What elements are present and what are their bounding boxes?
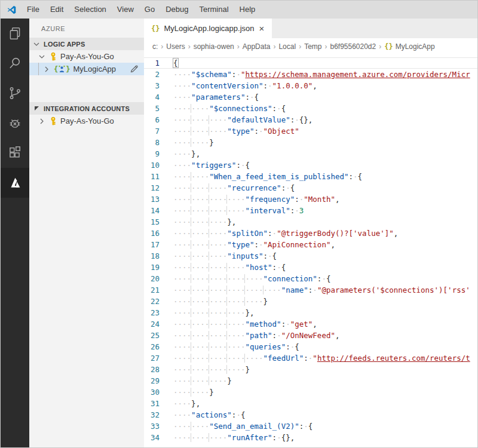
indent-whitespace: ············ xyxy=(173,240,227,249)
menu-view[interactable]: View xyxy=(112,1,139,19)
activity-explorer-icon[interactable] xyxy=(1,19,29,48)
indent-whitespace: ···· xyxy=(173,93,191,102)
code-line-text: ····"contentVersion":·"1.0.0.0", xyxy=(171,80,477,91)
code-line: 7············"type":·"Object" xyxy=(144,125,477,137)
menu-file[interactable]: File xyxy=(22,1,45,19)
code-line-text: ················"interval":·3 xyxy=(171,205,477,216)
activity-search-icon[interactable] xyxy=(1,48,29,78)
section-label: LOGIC APPS xyxy=(44,41,85,48)
code-line-text: ············"recurrence":·{ xyxy=(171,182,477,194)
tree-indent-guide xyxy=(38,63,39,75)
breadcrumb-item-temp[interactable]: Temp xyxy=(304,42,321,51)
section-header-integration-accounts[interactable]: INTEGRATION ACCOUNTS xyxy=(29,102,144,115)
section-header-logic-apps[interactable]: LOGIC APPS xyxy=(29,38,144,50)
line-number: 33 xyxy=(144,421,171,432)
code-line: 11········"When_a_feed_item_is_published… xyxy=(144,171,477,182)
section-label: INTEGRATION ACCOUNTS xyxy=(44,105,130,112)
code-editor[interactable]: 1{2····"$schema":·"https://schema.manage… xyxy=(144,55,477,447)
tab-close-icon[interactable]: × xyxy=(259,24,265,33)
activity-source-control-icon[interactable] xyxy=(1,78,29,108)
indent-whitespace: ···· xyxy=(173,149,191,158)
indent-whitespace: ···················· xyxy=(173,297,263,306)
twistie-chevron-right-icon[interactable] xyxy=(42,66,51,73)
code-line-text: ············}, xyxy=(171,216,477,228)
activity-debug-icon[interactable] xyxy=(1,108,29,138)
code-line: 8········} xyxy=(144,137,477,148)
breadcrumb-item-mylogicapp[interactable]: {}MyLogicApp xyxy=(384,42,435,51)
icon-key-icon xyxy=(49,116,57,125)
indent-whitespace: ········ xyxy=(173,172,209,181)
code-line: 15············}, xyxy=(144,216,477,228)
breadcrumb-item-local[interactable]: Local xyxy=(278,42,296,51)
breadcrumb-item-b6f9556020d2[interactable]: b6f9556020d2 xyxy=(330,42,376,51)
line-number: 23 xyxy=(144,307,171,318)
code-line: 31····}, xyxy=(144,398,477,409)
code-line: 3····"contentVersion":·"1.0.0.0", xyxy=(144,80,477,91)
tree-item-label: Pay-As-You-Go xyxy=(60,116,114,125)
indent-whitespace: ············ xyxy=(173,127,227,136)
code-line: 27····················"feedUrl":·"http:/… xyxy=(144,352,477,364)
breadcrumb-item-c-[interactable]: c: xyxy=(152,42,158,51)
indent-whitespace: ················ xyxy=(173,308,245,317)
menu-edit[interactable]: Edit xyxy=(45,1,69,19)
code-line-text: ························"name":·"@parame… xyxy=(171,284,477,296)
code-line: 25················"path":·"/OnNewFeed", xyxy=(144,330,477,341)
line-number: 29 xyxy=(144,375,171,386)
line-number: 8 xyxy=(144,137,171,148)
code-line-text: ············"inputs":·{ xyxy=(171,250,477,262)
tree-item-mylogicapp[interactable]: {}MyLogicApp xyxy=(29,63,144,75)
menu-terminal[interactable]: Terminal xyxy=(194,1,234,19)
activity-extensions-icon[interactable] xyxy=(1,138,29,168)
menu-debug[interactable]: Debug xyxy=(160,1,194,19)
twistie-chevron-down-icon[interactable] xyxy=(32,41,41,48)
code-line: 24················"method":·"get", xyxy=(144,318,477,330)
code-line-text: ················}, xyxy=(171,307,477,318)
breadcrumb-separator: › xyxy=(187,42,192,51)
breadcrumb-separator: › xyxy=(236,42,241,51)
menu-help[interactable]: Help xyxy=(234,1,261,19)
tree-item-pay-as-you-go[interactable]: Pay-As-You-Go xyxy=(29,50,144,63)
line-number: 6 xyxy=(144,114,171,125)
code-line-text: ················"frequency":·"Month", xyxy=(171,194,477,205)
menu-selection[interactable]: Selection xyxy=(69,1,111,19)
twistie-triangle-icon[interactable] xyxy=(32,106,41,111)
json-file-icon: {} xyxy=(151,24,160,33)
code-line: 22····················} xyxy=(144,296,477,307)
activity-azure-icon[interactable] xyxy=(1,168,29,198)
tab-mylogicapp-json[interactable]: {} MyLogicApp.logicapp.json × xyxy=(144,19,272,38)
breadcrumb-item-users[interactable]: Users xyxy=(166,42,185,51)
breadcrumb-label: Users xyxy=(166,42,185,51)
twistie-chevron-right-icon[interactable] xyxy=(38,118,46,125)
code-line: 29············} xyxy=(144,375,477,386)
pencil-icon[interactable] xyxy=(130,65,139,73)
line-number: 24 xyxy=(144,318,171,330)
tree-item-pay-as-you-go[interactable]: Pay-As-You-Go xyxy=(29,115,144,127)
breadcrumb-item-appdata[interactable]: AppData xyxy=(243,42,271,51)
code-line: 28················} xyxy=(144,364,477,375)
breadcrumb-item-sophia-owen[interactable]: sophia-owen xyxy=(194,42,234,51)
indent-whitespace: ···· xyxy=(173,410,191,419)
code-line-text: ····"actions":·{ xyxy=(171,409,477,421)
breadcrumb: c:›Users›sophia-owen›AppData›Local›Temp›… xyxy=(144,38,477,55)
line-number: 20 xyxy=(144,273,171,284)
vscode-window: FileEditSelectionViewGoDebugTerminalHelp… xyxy=(0,0,478,448)
code-line: 13················"frequency":·"Month", xyxy=(144,194,477,205)
code-line: 17············"type":·"ApiConnection", xyxy=(144,239,477,250)
icon-logic-app-icon: {} xyxy=(54,65,70,73)
line-number: 19 xyxy=(144,262,171,273)
twistie-chevron-down-icon[interactable] xyxy=(38,53,46,60)
code-line-text: ····}, xyxy=(171,398,477,409)
indent-whitespace: ········ xyxy=(173,422,209,431)
line-number: 3 xyxy=(144,80,171,91)
line-number: 1 xyxy=(144,57,171,69)
breadcrumb-label: AppData xyxy=(243,42,271,51)
menu-go[interactable]: Go xyxy=(139,1,160,19)
code-line-text: ················} xyxy=(171,364,477,375)
code-lines: 1{2····"$schema":·"https://schema.manage… xyxy=(144,57,477,443)
indent-whitespace: ············ xyxy=(173,251,227,260)
line-number: 11 xyxy=(144,171,171,182)
indent-whitespace: ···················· xyxy=(173,354,263,363)
line-number: 14 xyxy=(144,205,171,216)
line-number: 31 xyxy=(144,398,171,409)
code-line-text: ····"triggers":·{ xyxy=(171,159,477,171)
